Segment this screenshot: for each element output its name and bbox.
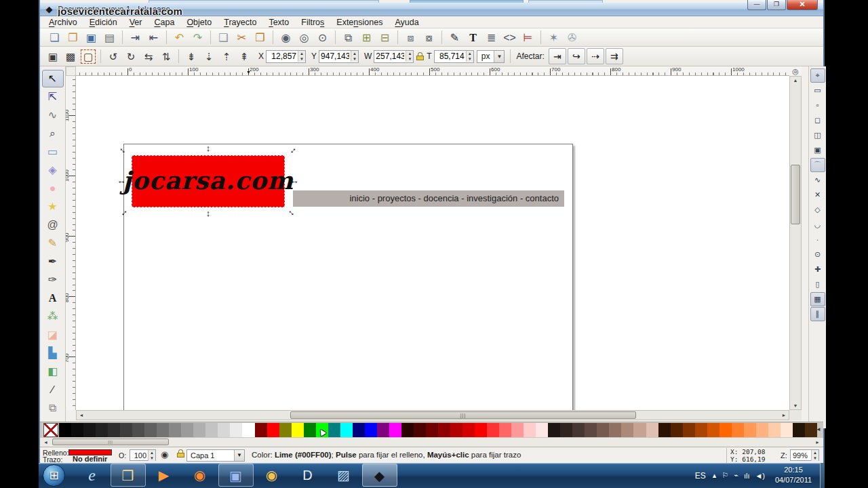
stroke-value[interactable]: No definir (73, 455, 107, 463)
opacity-field[interactable]: 100 ▲▼ (130, 449, 156, 461)
palette-swatch[interactable] (646, 423, 658, 437)
rectangle-tool[interactable]: ▭ (42, 143, 64, 161)
lower-to-bottom-icon[interactable]: ⇟ (183, 49, 199, 64)
snap-page-border-icon[interactable]: ▯ (810, 277, 825, 291)
layer-lock-icon[interactable] (174, 449, 187, 460)
palette-swatch[interactable] (59, 423, 71, 437)
select-all-layers-icon[interactable]: ▩ (62, 49, 79, 64)
bezier-pen-tool[interactable]: ✒ (42, 253, 64, 270)
logo-text[interactable]: jocarsa.com (123, 166, 294, 195)
palette-swatch[interactable] (218, 423, 230, 437)
snap-bbox-corners-icon[interactable]: ◻ (810, 113, 825, 127)
lock-ratio-icon[interactable] (416, 52, 424, 60)
zoom-field[interactable]: 99% ▲▼ (790, 449, 819, 461)
layer-dropdown-arrow[interactable]: ▼ (234, 450, 244, 461)
close-button[interactable]: ✕ (787, 0, 818, 10)
palette-swatch[interactable] (572, 423, 585, 437)
ruler-zoom-icon[interactable]: ◎ (789, 66, 802, 76)
snap-paths-icon[interactable]: ∿ (810, 173, 825, 187)
cut-icon[interactable]: ✂ (233, 30, 250, 45)
height-field[interactable]: ▲▼ (434, 50, 474, 63)
y-spinner[interactable]: ▲▼ (351, 51, 358, 62)
palette-swatch[interactable] (707, 423, 719, 437)
maximize-button[interactable]: ❐ (767, 0, 786, 10)
taskbar-recorder-app-icon[interactable]: ▣ (218, 464, 254, 487)
horizontal-scrollbar-thumb[interactable]: ||| (290, 411, 636, 419)
menu-item-texto[interactable]: Texto (262, 17, 295, 28)
y-field[interactable]: ▲▼ (319, 50, 359, 63)
layers-dialog-icon[interactable]: ≣ (483, 30, 500, 45)
snap-bbox-midpoints-icon[interactable]: ◫ (810, 128, 825, 142)
rotate-ccw-icon[interactable]: ↺ (105, 49, 121, 64)
unlink-clone-icon[interactable]: ⊟ (376, 30, 393, 45)
palette-swatch[interactable] (658, 423, 671, 437)
horizontal-scrollbar[interactable]: ◄ ||| ► (76, 410, 789, 420)
palette-swatch[interactable] (71, 423, 83, 437)
taskbar-firefox-icon[interactable]: ◉ (182, 464, 218, 487)
palette-swatch[interactable] (181, 423, 193, 437)
palette-swatch[interactable] (108, 423, 120, 437)
palette-swatch[interactable] (462, 423, 475, 437)
layer-visibility-eye-icon[interactable]: ◉ (161, 449, 168, 460)
horizontal-ruler[interactable]: ▼ 010020030040050060070080090010001100 (76, 66, 789, 76)
affect-corners-icon[interactable]: ↪ (568, 48, 585, 64)
no-color-swatch[interactable] (43, 423, 58, 437)
zoom-page-icon[interactable]: ⊙ (314, 30, 331, 45)
snap-object-centers-icon[interactable]: ⊙ (810, 247, 825, 262)
vertical-ruler[interactable]: 11001000900800700 (66, 76, 76, 410)
ellipse-tool[interactable]: ● (42, 180, 64, 197)
taskbar-internet-explorer-icon[interactable]: e (75, 464, 110, 487)
new-document-icon[interactable]: ❏ (46, 30, 63, 45)
height-spinner[interactable]: ▲▼ (466, 51, 473, 62)
palette-swatch[interactable] (267, 423, 279, 437)
width-spinner[interactable]: ▲▼ (406, 51, 413, 62)
palette-swatch[interactable] (621, 423, 633, 437)
scale-handle-s[interactable]: ↕ (203, 209, 213, 218)
palette-swatch[interactable] (279, 423, 292, 437)
spiral-tool[interactable]: @ (42, 216, 64, 234)
taskbar-photo-viewer-icon[interactable]: ▨ (326, 464, 361, 487)
vertical-scrollbar[interactable]: ▲ ▼ (789, 76, 802, 410)
menu-item-filtros[interactable]: Filtros (295, 17, 330, 28)
palette-swatch[interactable] (719, 423, 732, 437)
redo-icon[interactable]: ↷ (189, 30, 206, 45)
palette-swatch[interactable] (683, 423, 695, 437)
palette-swatch[interactable] (756, 423, 768, 437)
unit-dropdown[interactable]: px ▼ (477, 50, 505, 63)
snap-line-midpoints-icon[interactable]: ∙ (810, 232, 825, 247)
power-plug-icon[interactable]: ⌁ (734, 471, 738, 480)
palette-swatch[interactable] (132, 423, 144, 437)
snap-guides-icon[interactable]: ∥ (810, 307, 825, 321)
pencil-tool[interactable]: ✎ (42, 235, 64, 252)
palette-swatch[interactable] (242, 423, 254, 437)
snap-nodes-icon[interactable]: ⌒ (810, 158, 825, 172)
menu-item-archivo[interactable]: Archivo (43, 17, 83, 28)
palette-swatch[interactable] (585, 423, 597, 437)
copy-icon[interactable]: ❑ (215, 30, 232, 45)
paint-bucket-tool[interactable]: ▙ (42, 344, 64, 362)
palette-swatch[interactable] (157, 423, 169, 437)
palette-swatch[interactable] (304, 423, 316, 437)
tweak-tool[interactable]: ∿ (42, 106, 64, 124)
palette-swatch[interactable] (83, 423, 96, 437)
scale-handle-w[interactable]: ↔ (117, 176, 126, 186)
menu-item-edicion[interactable]: Edición (83, 17, 123, 28)
palette-swatch[interactable] (695, 423, 707, 437)
flip-vertical-icon[interactable]: ⇅ (158, 49, 174, 64)
unit-dropdown-arrow[interactable]: ▼ (494, 51, 504, 62)
snap-rotation-centers-icon[interactable]: ✚ (810, 262, 825, 277)
zoom-drawing-icon[interactable]: ◎ (296, 30, 313, 45)
palette-scrollbar-thumb[interactable]: ||| (52, 439, 169, 445)
palette-swatch[interactable] (120, 423, 132, 437)
palette-swatch[interactable] (524, 423, 536, 437)
import-icon[interactable]: ⇥ (127, 30, 144, 45)
palette-swatch[interactable] (450, 423, 462, 437)
canvas[interactable]: jocarsa.com inicio - proyectos - docenci… (76, 76, 789, 410)
menu-item-ayuda[interactable]: Ayuda (389, 17, 425, 28)
action-center-flag-icon[interactable]: ⚐ (722, 471, 728, 480)
export-icon[interactable]: ⇤ (145, 30, 162, 45)
fill-stroke-dialog-icon[interactable]: ✎ (446, 30, 463, 45)
scale-handle-e[interactable]: ↔ (290, 176, 299, 186)
palette-swatch[interactable] (475, 423, 487, 437)
palette-swatch[interactable] (487, 423, 499, 437)
